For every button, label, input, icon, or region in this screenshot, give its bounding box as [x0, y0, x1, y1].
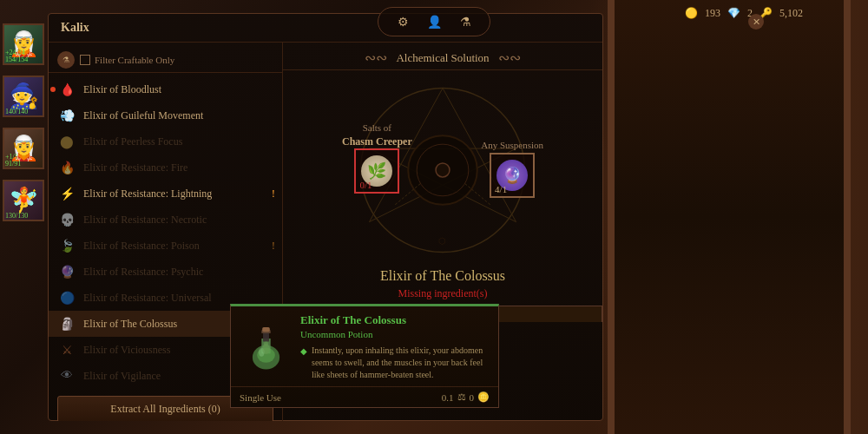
ingredient-1-slot[interactable]: Salts of Chasm Creeper 🌿 0/1	[342, 122, 412, 194]
gem1-icon: 💎	[727, 7, 740, 20]
ingredient-1-box[interactable]: 🌿 0/1	[354, 148, 399, 194]
item-name: Elixir of Resistance: Poison	[83, 240, 200, 253]
svg-point-20	[263, 341, 267, 345]
ingredient-1-count: 0/1	[359, 180, 372, 190]
alchemy-circle-svg: ⬡	[283, 70, 602, 261]
item-icon: ⚡	[57, 184, 76, 203]
tooltip-text: Elixir of The Colossus Uncommon Potion ◆…	[300, 313, 490, 381]
ingredient-2-count: 4/1	[495, 184, 507, 194]
filter-label: Filter Craftable Only	[95, 55, 174, 65]
list-item[interactable]: ⚡ Elixir of Resistance: Lightning !	[49, 181, 282, 207]
tooltip-stats: 0.1 ⚖ 0 🪙	[442, 391, 490, 403]
item-name: Elixir of Bloodlust	[83, 83, 161, 96]
item-name: Elixir of Guileful Movement	[83, 109, 203, 122]
warning-icon: !	[272, 239, 275, 253]
result-name: Elixir of The Colossus	[283, 261, 602, 287]
tooltip-card: Elixir of The Colossus Uncommon Potion ◆…	[230, 304, 499, 408]
list-item[interactable]: 🔮 Elixir of Resistance: Psychic	[49, 259, 282, 285]
tooltip-content: Elixir of The Colossus Uncommon Potion ◆…	[231, 306, 498, 386]
alchemy-title: Alchemical Solution	[396, 51, 489, 65]
gem2-amount: 5,102	[779, 7, 803, 20]
ingredient-2-slot[interactable]: Any Suspension 🔮 4/1	[481, 140, 543, 198]
character-4-avatar[interactable]: 🧚 130/130	[3, 180, 44, 221]
usage-label: Single Use	[240, 392, 281, 403]
item-name: Elixir of Resistance: Universal	[83, 292, 212, 305]
nav-bag-icon[interactable]: ⚙	[392, 11, 413, 32]
panel-title: Kalix	[49, 14, 602, 43]
item-icon: 🍃	[57, 236, 76, 255]
potion-svg	[242, 316, 290, 372]
tooltip-footer: Single Use 0.1 ⚖ 0 🪙	[231, 386, 498, 407]
resource-bar: 🟡 193 💎 2 🔑 5,102 ✕	[685, 7, 803, 20]
item-name: Elixir of Resistance: Fire	[83, 161, 187, 174]
list-item[interactable]: 🩸 Elixir of Bloodlust	[49, 76, 282, 102]
item-name: Elixir of Resistance: Lightning	[83, 187, 212, 201]
gold-icon: 🟡	[685, 7, 698, 20]
diamond-icon: ◆	[300, 346, 307, 356]
item-name: Elixir of Viciousness	[83, 344, 170, 357]
item-icon: ⬤	[57, 132, 76, 151]
character-3-avatar[interactable]: 🧝 +1/1 91/91	[3, 128, 44, 169]
item-icon: 👁	[57, 366, 76, 385]
right-decorator: ∾∾	[498, 49, 521, 66]
coin-icon: 🪙	[477, 391, 490, 403]
warning-icon: !	[272, 187, 275, 201]
svg-point-8	[436, 163, 450, 177]
character-panel: 🧝 +24/24 154/154 🧙 140/140 🧝 +1/1 91/91 …	[0, 13, 48, 221]
tooltip-figure	[240, 313, 292, 374]
weight-icon: ⚖	[457, 391, 466, 403]
alchemy-circle-area: ⬡ Salts of Chasm Creeper 🌿 0/1 Any Suspe…	[283, 70, 602, 261]
active-indicator	[50, 87, 56, 92]
gold-amount: 193	[705, 7, 720, 20]
nav-person-icon[interactable]: 👤	[424, 11, 444, 32]
item-name: Elixir of Resistance: Necrotic	[83, 214, 207, 227]
alchemy-header: ∾∾ Alchemical Solution ∾∾	[283, 43, 602, 70]
item-icon: 💀	[57, 210, 76, 229]
left-decorator: ∾∾	[365, 49, 387, 66]
svg-text:⬡: ⬡	[439, 236, 447, 246]
item-icon: 🔥	[57, 158, 76, 177]
item-icon: 🔵	[57, 288, 76, 307]
nav-flask-icon[interactable]: ⚗	[455, 11, 476, 32]
character-1-avatar[interactable]: 🧝 +24/24 154/154	[3, 23, 44, 65]
close-button[interactable]: ✕	[748, 14, 764, 30]
item-icon: 💨	[57, 106, 76, 125]
tooltip-description: Instantly, upon inhaling this elixir, yo…	[312, 345, 490, 381]
character-2-avatar[interactable]: 🧙 140/140	[3, 76, 44, 117]
nav-bar: ⚙ 👤 ⚗	[378, 7, 490, 36]
tooltip-name: Elixir of The Colossus	[300, 313, 490, 327]
item-name: Elixir of Peerless Focus	[83, 135, 182, 148]
item-icon: 🔮	[57, 262, 76, 281]
ingredient-2-box[interactable]: 🔮 4/1	[490, 153, 535, 198]
ingredient-2-label: Any Suspension	[481, 140, 543, 150]
tooltip-rarity: Uncommon Potion	[300, 329, 490, 339]
item-name: Elixir of Vigilance	[83, 370, 161, 383]
item-name-colossus: Elixir of The Colossus	[83, 318, 177, 331]
list-item[interactable]: 💀 Elixir of Resistance: Necrotic	[49, 207, 282, 233]
filter-icon: ⚗	[57, 51, 75, 69]
stone-arch	[608, 0, 851, 434]
svg-rect-14	[263, 332, 269, 341]
list-item[interactable]: 💨 Elixir of Guileful Movement	[49, 102, 282, 128]
filter-bar: ⚗ Filter Craftable Only	[49, 48, 282, 73]
list-item[interactable]: 🍃 Elixir of Resistance: Poison !	[49, 233, 282, 259]
filter-checkbox[interactable]	[80, 55, 90, 65]
item-icon: ⚔	[57, 340, 76, 359]
weight-value: 0.1	[442, 392, 454, 403]
item-icon: 🗿	[57, 314, 76, 333]
item-name: Elixir of Resistance: Psychic	[83, 266, 203, 279]
item-icon: 🩸	[57, 80, 76, 99]
missing-warning: Missing ingredient(s)	[283, 287, 602, 306]
tooltip-effect-row: ◆ Instantly, upon inhaling this elixir, …	[300, 345, 490, 381]
list-item[interactable]: ⬤ Elixir of Peerless Focus	[49, 128, 282, 155]
list-item[interactable]: 🔥 Elixir of Resistance: Fire	[49, 155, 282, 181]
ingredient-1-label1: Salts of	[363, 122, 391, 133]
ingredient-1-label2: Chasm Creeper	[342, 135, 412, 148]
svg-rect-17	[262, 327, 270, 332]
value-value: 0	[470, 392, 475, 403]
